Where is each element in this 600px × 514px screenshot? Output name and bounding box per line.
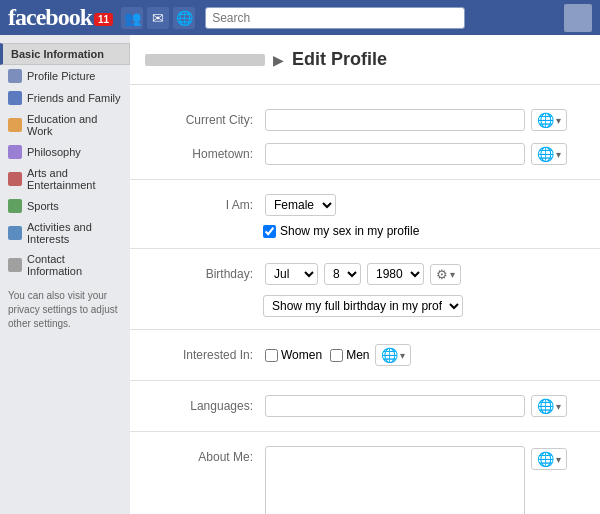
i-am-controls: Female Male [265,194,585,216]
current-city-input[interactable] [265,109,525,131]
show-sex-checkbox[interactable] [263,225,276,238]
philosophy-icon [8,145,22,159]
header-icons: 👥 ✉ 🌐 [121,7,195,29]
sidebar-item-contact-info[interactable]: Contact Information [0,249,130,281]
sidebar-item-arts-entertainment[interactable]: Arts and Entertainment [0,163,130,195]
interested-men-label: Men [346,348,369,362]
education-work-icon [8,118,22,132]
birthday-selects: Jan Feb Mar Apr May Jun Jul Aug Sep Oct [265,263,461,285]
show-sex-row: Show my sex in my profile [130,222,600,240]
friends-icon-btn[interactable]: 👥 [121,7,143,29]
about-me-textarea[interactable] [265,446,525,514]
globe-icon-btn[interactable]: 🌐 [173,7,195,29]
interested-in-privacy-btn[interactable]: 🌐 [375,344,411,366]
about-me-row: About Me: 🌐 [130,440,600,514]
interested-men-checkbox[interactable] [330,349,343,362]
sidebar-item-label: Friends and Family [27,92,121,104]
interested-options: Women Men [265,348,369,362]
hometown-row: Hometown: 🌐 [130,137,600,171]
birthday-day-select[interactable]: 8 [324,263,361,285]
show-sex-label: Show my sex in my profile [280,224,419,238]
sidebar-item-philosophy[interactable]: Philosophy [0,141,130,163]
birthday-controls: Jan Feb Mar Apr May Jun Jul Aug Sep Oct [265,263,585,285]
sports-icon [8,199,22,213]
about-me-privacy-btn[interactable]: 🌐 [531,448,567,470]
current-city-section: Current City: 🌐 Hometown: 🌐 [130,95,600,180]
birthday-month-select[interactable]: Jan Feb Mar Apr May Jun Jul Aug Sep Oct [265,263,318,285]
languages-privacy-btn[interactable]: 🌐 [531,395,567,417]
sidebar-privacy-note: You can also visit your privacy settings… [8,289,122,331]
i-am-row: I Am: Female Male [130,188,600,222]
interested-in-controls: Women Men 🌐 [265,344,585,366]
page-title: Edit Profile [292,49,387,70]
interested-women-checkbox[interactable] [265,349,278,362]
birthday-display-row: Show my full birthday in my profile. Sho… [130,291,600,321]
interested-women-option: Women [265,348,322,362]
main-layout: Basic Information Profile Picture Friend… [0,35,600,514]
birthday-label: Birthday: [145,263,265,281]
messages-icon-btn[interactable]: ✉ [147,7,169,29]
header: facebook 11 👥 ✉ 🌐 [0,0,600,35]
interested-in-section: Interested In: Women Men [130,330,600,381]
edit-profile-form: Current City: 🌐 Hometown: 🌐 [130,85,600,514]
languages-section: Languages: 🌐 [130,381,600,432]
hometown-label: Hometown: [145,143,265,161]
sidebar-item-label: Activities and Interests [27,221,122,245]
search-input[interactable] [205,7,465,29]
i-am-label: I Am: [145,194,265,212]
interested-women-label: Women [281,348,322,362]
sidebar-item-profile-picture[interactable]: Profile Picture [0,65,130,87]
sidebar-section-basic-info[interactable]: Basic Information [0,43,130,65]
about-me-section: About Me: 🌐 [130,432,600,514]
search-box [205,7,554,29]
sidebar-item-activities-interests[interactable]: Activities and Interests [0,217,130,249]
notification-badge[interactable]: 11 [94,13,113,26]
birthday-privacy-btn[interactable]: ⚙ [430,264,461,285]
arts-entertainment-icon [8,172,22,186]
sidebar-item-label: Sports [27,200,59,212]
i-am-section: I Am: Female Male Show my sex in my prof… [130,180,600,249]
activities-interests-icon [8,226,22,240]
header-right [564,4,592,32]
sidebar-item-label: Profile Picture [27,70,95,82]
friends-family-icon [8,91,22,105]
current-city-controls: 🌐 [265,109,585,131]
breadcrumb-arrow: ▶ [273,52,284,68]
hometown-controls: 🌐 [265,143,585,165]
interested-in-label: Interested In: [145,344,265,362]
about-me-label: About Me: [145,446,265,464]
sidebar-item-label: Contact Information [27,253,122,277]
about-me-controls: 🌐 [265,446,585,514]
sidebar-item-label: Education and Work [27,113,122,137]
sidebar-item-friends-family[interactable]: Friends and Family [0,87,130,109]
page-header: ▶ Edit Profile [130,35,600,85]
profile-name-blurred [145,54,265,66]
content-area: ▶ Edit Profile Current City: 🌐 Hometown: [130,35,600,514]
languages-input[interactable] [265,395,525,417]
languages-row: Languages: 🌐 [130,389,600,423]
birthday-section: Birthday: Jan Feb Mar Apr May Jun Jul [130,249,600,330]
i-am-select[interactable]: Female Male [265,194,336,216]
sidebar-item-education-work[interactable]: Education and Work [0,109,130,141]
interested-men-option: Men [330,348,369,362]
sidebar: Basic Information Profile Picture Friend… [0,35,130,514]
languages-label: Languages: [145,395,265,413]
current-city-privacy-btn[interactable]: 🌐 [531,109,567,131]
avatar [564,4,592,32]
hometown-privacy-btn[interactable]: 🌐 [531,143,567,165]
facebook-logo: facebook [8,4,92,31]
sidebar-item-sports[interactable]: Sports [0,195,130,217]
contact-info-icon [8,258,22,272]
interested-in-row: Interested In: Women Men [130,338,600,372]
languages-controls: 🌐 [265,395,585,417]
current-city-label: Current City: [145,109,265,127]
birthday-display-select[interactable]: Show my full birthday in my profile. Sho… [263,295,463,317]
hometown-input[interactable] [265,143,525,165]
sidebar-item-label: Arts and Entertainment [27,167,122,191]
profile-picture-icon [8,69,22,83]
sidebar-item-label: Philosophy [27,146,81,158]
current-city-row: Current City: 🌐 [130,103,600,137]
birthday-year-select[interactable]: 1980 [367,263,424,285]
birthday-row: Birthday: Jan Feb Mar Apr May Jun Jul [130,257,600,291]
